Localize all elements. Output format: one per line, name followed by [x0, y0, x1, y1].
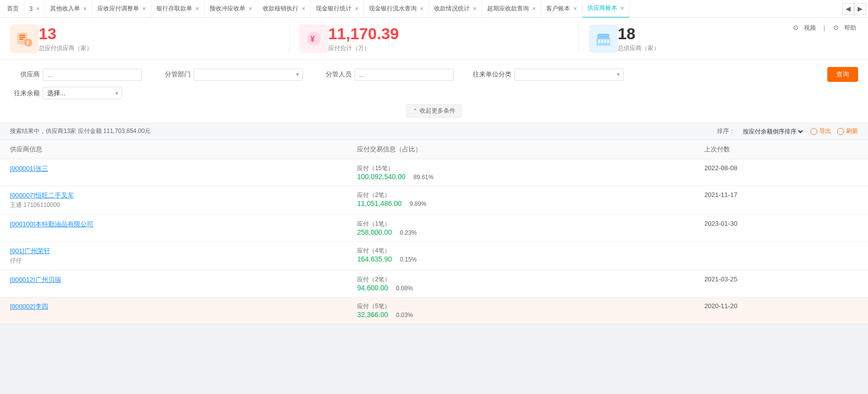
svg-text:¥: ¥ [310, 35, 315, 43]
total-payable-icon: ¥ [299, 24, 328, 53]
payable-amount: 100,092,540.00 [357, 173, 405, 181]
person-filter-label: 分管人员 [322, 70, 352, 79]
close-icon[interactable]: ✕ [473, 6, 477, 11]
stat-block-total-payable: ¥ 11,170.39 应付合计（万） [299, 24, 569, 53]
svg-rect-11 [601, 40, 603, 43]
payable-note: 应付（2笔） [357, 275, 684, 284]
payable-percent: 0.03% [396, 312, 413, 319]
supplier-name-link[interactable]: [000012]广州贝瑞 [10, 276, 61, 283]
filter-row-2: 往来余额 选择... [10, 87, 858, 99]
payable-note: 应付（5笔） [357, 302, 684, 311]
export-label: 导出 [819, 127, 831, 135]
payable-info-cell: 应付（15笔）100,092,540.0089.61% [347, 159, 694, 186]
supplier-input[interactable] [43, 68, 142, 81]
payable-percent: 89.61% [414, 174, 434, 181]
close-icon[interactable]: ✕ [248, 6, 252, 11]
filter-person: 分管人员 [322, 68, 454, 81]
table-header: 供应商信息 应付交易信息（占比） 上次付数 [0, 140, 868, 159]
svg-rect-9 [597, 34, 609, 39]
filter-area: 供应商 分管部门 分管人员 往来单位分类 查询 往来 [0, 60, 868, 123]
table-row: [000002]李四应付（5笔）32,366.000.03%2020-11-20 [0, 297, 868, 324]
payable-amount: 258,000.00 [357, 228, 392, 236]
payable-note: 应付（1笔） [357, 220, 684, 228]
help-link[interactable]: 帮助 [844, 24, 856, 31]
supplier-name-link[interactable]: [000100]本特勤油品有限公司 [10, 220, 93, 228]
supplier-name-link[interactable]: [000002]李四 [10, 303, 48, 310]
nav-right-arrow[interactable]: ▶ [854, 3, 866, 15]
nav-tab-3[interactable]: 3 ✕ [24, 0, 45, 18]
sort-select[interactable]: 按应付余额倒序排序 [741, 128, 804, 135]
balance-filter-label: 往来余额 [10, 89, 40, 98]
payable-amount: 11,051,486.00 [357, 199, 402, 207]
close-icon[interactable]: ✕ [532, 6, 536, 11]
stat-text-total-suppliers: 18 总供应商（家） [618, 25, 659, 53]
supplier-table: 供应商信息 应付交易信息（占比） 上次付数 [000001]张三应付（15笔）1… [0, 140, 868, 324]
svg-rect-1 [19, 35, 25, 36]
supplier-info-cell: [000100]本特勤油品有限公司 [0, 215, 347, 242]
close-icon[interactable]: ✕ [83, 6, 87, 11]
nav-scroll-arrows: ◀ ▶ [842, 3, 866, 15]
nav-tab-collection[interactable]: 收款核销执行 ✕ [258, 0, 311, 18]
nav-tab-bank[interactable]: 银行存取款单 ✕ [151, 0, 205, 18]
close-icon[interactable]: ✕ [142, 6, 146, 11]
category-select[interactable] [514, 68, 624, 81]
close-icon[interactable]: ✕ [420, 6, 424, 11]
person-input[interactable] [355, 68, 454, 81]
payable-suppliers-count: 13 [39, 25, 92, 43]
col-header-lastpay: 上次付数 [694, 140, 868, 159]
last-pay-date: 2021-11-17 [704, 191, 858, 198]
payable-note: 应付（4笔） [357, 247, 684, 255]
nav-tab-overdue[interactable]: 超期应收款查询 ✕ [482, 0, 541, 18]
nav-tab-ar-ap-adjust[interactable]: 应收应付调整单 ✕ [92, 0, 151, 18]
collapse-button[interactable]: ⌃ 收起更多条件 [406, 104, 462, 118]
help-links: ⊙ 视频 ｜ ⊙ 帮助 [791, 24, 858, 32]
query-button[interactable]: 查询 [827, 67, 858, 82]
nav-tab-other-income[interactable]: 其他收入单 ✕ [45, 0, 92, 18]
supplier-table-wrap: 供应商信息 应付交易信息（占比） 上次付数 [000001]张三应付（15笔）1… [0, 140, 868, 324]
payable-percent: 0.15% [400, 256, 417, 263]
refresh-label: 刷新 [846, 127, 858, 135]
payable-amount: 32,366.00 [357, 311, 388, 319]
supplier-info-cell: [000002]李四 [0, 297, 347, 324]
supplier-name-link[interactable]: [000001]张三 [10, 165, 48, 172]
stat-text-payable: 13 总应付供应商（家） [39, 25, 92, 53]
col-header-supplier: 供应商信息 [0, 140, 347, 159]
svg-rect-10 [598, 40, 600, 43]
video-link[interactable]: 视频 [804, 24, 816, 31]
close-icon[interactable]: ✕ [195, 6, 199, 11]
filter-supplier: 供应商 [10, 68, 142, 81]
result-info: 搜索结果中，供应商13家 应付金额 111,703,854.00元 [10, 127, 150, 135]
refresh-icon [837, 128, 844, 135]
svg-rect-2 [19, 37, 25, 38]
close-icon[interactable]: ✕ [355, 6, 359, 11]
svg-rect-3 [19, 39, 23, 40]
nav-tab-cash-stat[interactable]: 现金银行统计 ✕ [311, 0, 364, 18]
supplier-name-link[interactable]: [000007]恒旺二手叉车 [10, 192, 74, 199]
close-icon[interactable]: ✕ [36, 6, 40, 11]
close-icon[interactable]: ✕ [573, 6, 577, 11]
nav-tab-customer-ledger[interactable]: 客户账本 ✕ [541, 0, 582, 18]
close-icon[interactable]: ✕ [301, 6, 305, 11]
table-row: [000007]恒旺二手叉车王通 17106110000应付（2笔）11,051… [0, 186, 868, 215]
total-suppliers-icon [589, 24, 618, 53]
balance-select[interactable]: 选择... [43, 87, 122, 99]
filter-category: 往来单位分类 [473, 68, 624, 81]
nav-tab-home[interactable]: 首页 [2, 0, 24, 18]
refresh-button[interactable]: 刷新 [837, 127, 858, 135]
payable-percent: 9.89% [410, 200, 427, 207]
payable-info-cell: 应付（4笔）164,635.900.15% [347, 242, 694, 270]
nav-tab-payment-stat[interactable]: 收款情况统计 ✕ [429, 0, 482, 18]
nav-tab-prepay[interactable]: 预收冲应收单 ✕ [205, 0, 258, 18]
nav-tab-supplier-ledger[interactable]: 供应商账本 ✕ [582, 0, 630, 18]
dept-select[interactable] [194, 68, 303, 81]
stat-divider-2 [579, 24, 579, 54]
nav-left-arrow[interactable]: ◀ [842, 3, 854, 15]
close-icon[interactable]: ✕ [620, 5, 624, 11]
supplier-name-link[interactable]: [001]广州荣轩 [10, 247, 50, 255]
export-button[interactable]: 导出 [810, 127, 831, 135]
last-pay-cell: 2021-11-17 [694, 186, 868, 215]
table-row: [000012]广州贝瑞应付（2笔）94,600.000.08%2021-03-… [0, 270, 868, 297]
nav-tab-cash-flow[interactable]: 现金银行流水查询 ✕ [364, 0, 429, 18]
sort-prefix: 排序： [717, 127, 735, 135]
total-suppliers-count: 18 [618, 25, 659, 43]
